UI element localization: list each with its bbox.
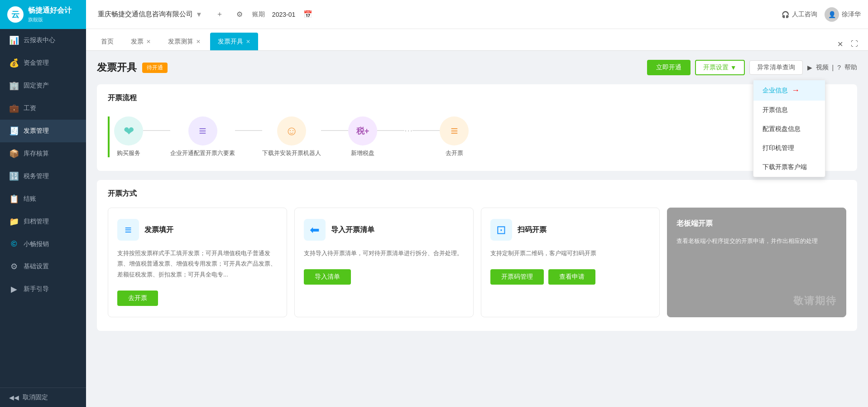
activate-button[interactable]: 立即开通 — [647, 60, 691, 75]
video-label[interactable]: 视频 — [816, 63, 829, 72]
import-desc: 支持导入待开票清单，可对待开票清单进行拆分、合并处理。 — [304, 248, 464, 258]
cancel-pin-label: 取消固定 — [23, 393, 48, 402]
shuiwu-icon: 🔢 — [9, 171, 19, 181]
sidebar-item-label: 固定资产 — [24, 82, 49, 90]
add-button[interactable]: ＋ — [212, 7, 227, 22]
chevron-down-icon: ▼ — [730, 64, 737, 71]
config-label: 企业开通配置开票六要素 — [170, 149, 235, 157]
flow-step-install: ☺ 下载并安装开票机器人 — [262, 116, 321, 157]
dropdown-item-peizhi[interactable]: 配置税盘信息 — [753, 120, 825, 139]
sidebar-item-fapiao[interactable]: 🧾 发票管理 — [0, 120, 86, 142]
support-btn[interactable]: 🎧 人工咨询 — [782, 10, 817, 19]
dropdown-item-kaipiao[interactable]: 开票信息 — [753, 101, 825, 120]
gongzi-icon: 💼 — [9, 103, 19, 113]
taxdisk-icon: 税+ — [348, 116, 377, 145]
help-label[interactable]: 帮助 — [844, 63, 857, 72]
flow-line — [143, 130, 170, 131]
manual-btn[interactable]: 去开票 — [117, 291, 158, 306]
jichushezhi-icon: ⚙ — [9, 262, 19, 271]
tab-close-icon[interactable]: ✕ — [146, 39, 151, 45]
page-header: 发票开具 待开通 立即开通 开票设置 ▼ 异常清单查询 ▶ 视频 | ? 帮助 — [97, 60, 857, 75]
scan-btn2[interactable]: 查看申请 — [548, 269, 595, 285]
import-title: 导入开票清单 — [331, 225, 374, 235]
sidebar-item-label: 资金管理 — [24, 59, 49, 67]
main-area: 重庆畅捷交通信息咨询有限公司 ▼ ＋ ⚙ 账期 2023-01 📅 🎧 人工咨询… — [86, 0, 868, 407]
import-icon: ⬅ — [304, 219, 326, 241]
close-window-button[interactable]: ✕ — [834, 38, 846, 50]
flow-line — [412, 130, 440, 131]
buy-icon: ❤ — [114, 116, 143, 145]
sidebar-item-label: 结账 — [24, 195, 36, 203]
sidebar-item-gudingzichan[interactable]: 🏢 固定资产 — [0, 74, 86, 97]
period-value: 2023-01 — [272, 11, 295, 18]
arrow-icon: → — [791, 86, 800, 95]
tab-home-label: 首页 — [101, 38, 114, 46]
manual-desc: 支持按照发票样式手工填开发票；可开具增值税电子普通发票、增值税普通发票、增值税专… — [117, 248, 278, 280]
sidebar: 云 畅捷通好会计 旗舰版 📊 云报表中心 💰 资金管理 🏢 固定资产 💼 工资 … — [0, 0, 86, 407]
pin-icon: ◀◀ — [9, 394, 19, 401]
sidebar-item-kucun[interactable]: 📦 库存核算 — [0, 142, 86, 165]
settings-label: 开票设置 — [703, 63, 729, 72]
sidebar-item-zijin[interactable]: 💰 资金管理 — [0, 52, 86, 74]
sidebar-item-xiaochang[interactable]: © 小畅报销 — [0, 233, 86, 255]
maximize-window-button[interactable]: ⛶ — [848, 38, 861, 50]
company-selector[interactable]: 重庆畅捷交通信息咨询有限公司 ▼ — [93, 7, 207, 21]
app-name: 畅捷通好会计 — [28, 6, 72, 15]
import-btn[interactable]: 导入清单 — [304, 269, 351, 285]
kucun-icon: 📦 — [9, 149, 19, 159]
user-area[interactable]: 👤 徐泽华 — [825, 7, 861, 22]
flow-step-content: ❤ 购买服务 — [114, 116, 143, 157]
sidebar-cancel-pin[interactable]: ◀◀ 取消固定 — [0, 388, 86, 407]
scan-btns: 开票码管理 查看申请 — [490, 266, 651, 285]
settings-icon[interactable]: ⚙ — [232, 7, 247, 22]
page-actions: 立即开通 开票设置 ▼ 异常清单查询 ▶ 视频 | ? 帮助 企业信息 — [647, 60, 857, 75]
window-controls: ✕ ⛶ — [834, 38, 861, 50]
header-right: 🎧 人工咨询 👤 徐泽华 — [782, 7, 861, 22]
flow-steps: ❤ 购买服务 ≡ 企业开通配置开票六要素 — [108, 112, 846, 162]
tab-fapiao-label: 发票 — [131, 38, 144, 46]
methods-section-title: 开票方式 — [108, 189, 846, 199]
xinshouyindao-icon: ▶ — [9, 284, 19, 294]
sidebar-item-gongzi[interactable]: 💼 工资 — [0, 97, 86, 120]
method-grid: ≡ 发票填开 支持按照发票样式手工填开发票；可开具增值税电子普通发票、增值税普通… — [108, 208, 846, 317]
sidebar-item-xinshouyindao[interactable]: ▶ 新手引导 — [0, 278, 86, 300]
flow-section-title: 开票流程 — [108, 93, 846, 103]
tab-bar: 首页 发票 ✕ 发票测算 ✕ 发票开具 ✕ ✕ ⛶ — [86, 29, 868, 51]
dropdown-item-xiazai[interactable]: 下载开票客户端 — [753, 158, 825, 177]
tab-fapiaokuiju-label: 发票开具 — [218, 38, 243, 46]
flow-step-config: ≡ 企业开通配置开票六要素 — [170, 116, 235, 157]
tab-home[interactable]: 首页 — [93, 33, 121, 50]
calendar-icon[interactable]: 📅 — [301, 7, 315, 22]
user-name: 徐泽华 — [842, 10, 861, 19]
settings-button[interactable]: 开票设置 ▼ — [695, 60, 745, 75]
tab-fapiaosuansuan[interactable]: 发票测算 ✕ — [160, 33, 208, 50]
sidebar-item-shuiwu[interactable]: 🔢 税务管理 — [0, 165, 86, 188]
tab-fapiaokuiju[interactable]: 发票开具 ✕ — [210, 33, 258, 50]
company-name: 重庆畅捷交通信息咨询有限公司 — [98, 10, 193, 19]
dropdown-item-dayinji[interactable]: 打印机管理 — [753, 139, 825, 158]
flow-section: 开票流程 ❤ 购买服务 ≡ — [97, 84, 857, 171]
flow-step-taxdisk: 税+ 新增税盘 — [348, 116, 377, 157]
settings-dropdown: 企业信息 → 开票信息 配置税盘信息 打印机管理 下载开票客户端 — [753, 80, 825, 177]
dropdown-item-qiye[interactable]: 企业信息 → — [753, 80, 825, 101]
app-edition: 旗舰版 — [28, 16, 72, 23]
manual-icon: ≡ — [117, 219, 139, 241]
sidebar-item-yunbao[interactable]: 📊 云报表中心 — [0, 29, 86, 52]
tab-fapiao[interactable]: 发票 ✕ — [123, 33, 158, 50]
method-card-import: ⬅ 导入开票清单 支持导入待开票清单，可对待开票清单进行拆分、合并处理。 导入清… — [294, 208, 474, 317]
buy-label: 购买服务 — [117, 149, 140, 157]
sidebar-item-label: 库存核算 — [24, 150, 49, 158]
boss-title: 老板端开票 — [676, 219, 713, 228]
method-card-header: ⬅ 导入开票清单 — [304, 219, 464, 241]
anomaly-button[interactable]: 异常清单查询 — [749, 60, 803, 75]
sidebar-item-jichushezhi[interactable]: ⚙ 基础设置 — [0, 255, 86, 278]
tab-close-icon[interactable]: ✕ — [196, 39, 201, 45]
sidebar-item-jiezhang[interactable]: 📋 结账 — [0, 188, 86, 210]
video-help-area: ▶ 视频 | ? 帮助 — [807, 63, 857, 72]
sidebar-item-guidang[interactable]: 📁 归档管理 — [0, 210, 86, 233]
avatar: 👤 — [825, 7, 839, 22]
scan-btn1[interactable]: 开票码管理 — [490, 269, 544, 285]
tab-close-icon[interactable]: ✕ — [246, 39, 250, 45]
taxdisk-label: 新增税盘 — [351, 149, 374, 157]
method-card-manual: ≡ 发票填开 支持按照发票样式手工填开发票；可开具增值税电子普通发票、增值税普通… — [108, 208, 287, 317]
